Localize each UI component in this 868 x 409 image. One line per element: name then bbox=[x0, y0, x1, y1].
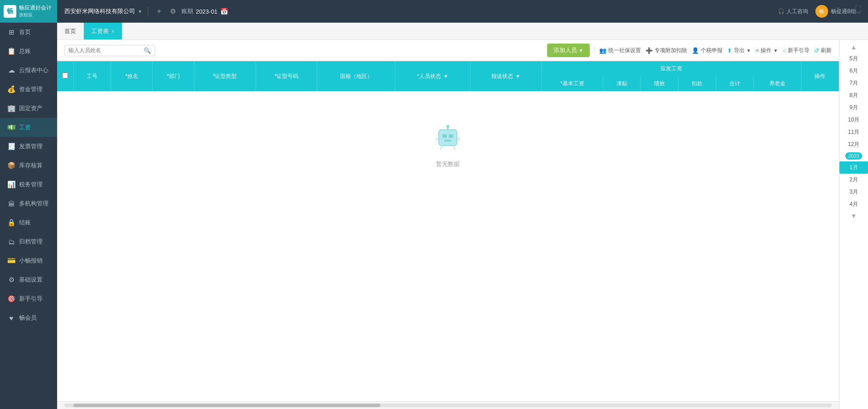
tab-salary-table[interactable]: 工资表× bbox=[84, 23, 122, 39]
sidebar-item-member[interactable]: ♥畅会员 bbox=[0, 308, 57, 327]
empty-text: 暂无数据 bbox=[436, 160, 460, 168]
scrollbar-thumb[interactable] bbox=[73, 404, 380, 407]
export-action[interactable]: ⬆ 导出 ▼ bbox=[727, 47, 751, 54]
tax-icon: 📊 bbox=[7, 180, 15, 189]
sidebar-item-multi-org[interactable]: 🏛多机构管理 bbox=[0, 194, 57, 213]
sidebar-item-label-tax: 税务管理 bbox=[19, 180, 43, 189]
content-with-panel: 🔍 添加人员 ▼ 👥 统一社保设置 ➕ bbox=[57, 40, 868, 409]
sidebar-item-salary[interactable]: 💵工资 bbox=[0, 118, 57, 137]
sidebar-item-tax[interactable]: 📊税务管理 bbox=[0, 175, 57, 194]
month-item-6[interactable]: 6月 bbox=[839, 65, 868, 77]
sidebar-item-invoice[interactable]: 🧾发票管理 bbox=[0, 137, 57, 156]
month-up-arrow[interactable]: ▲ bbox=[839, 42, 868, 53]
sidebar-item-label-guide: 新手引导 bbox=[19, 295, 43, 303]
col-checkbox[interactable] bbox=[57, 61, 73, 91]
logo-icon: 畅 bbox=[4, 5, 16, 18]
header-period: 账期 2023-01 📅 bbox=[181, 7, 228, 15]
toolbar-right: 添加人员 ▼ 👥 统一社保设置 ➕ 专项附加扣除 bbox=[547, 44, 832, 57]
month-item-2[interactable]: 2月 bbox=[839, 174, 868, 186]
sidebar-item-label-home: 首页 bbox=[19, 28, 31, 36]
social-icon: 👥 bbox=[599, 47, 606, 54]
add-person-label: 添加人员 bbox=[553, 46, 577, 54]
close-button[interactable]: × bbox=[828, 0, 848, 17]
month-item-12[interactable]: 12月 bbox=[839, 138, 868, 151]
search-input[interactable] bbox=[68, 47, 144, 54]
svg-line-8 bbox=[441, 146, 442, 149]
month-item-11[interactable]: 11月 bbox=[839, 126, 868, 138]
maximize-button[interactable]: ⛶ bbox=[848, 0, 868, 17]
guide-action[interactable]: ○ 新手引导 bbox=[782, 47, 810, 54]
refresh-action[interactable]: ↺ 刷新 bbox=[814, 47, 832, 54]
month-down-arrow[interactable]: ▼ bbox=[839, 210, 868, 221]
company-selector[interactable]: 西安虾米网络科技有限公司 ▼ bbox=[64, 7, 142, 15]
month-item-9[interactable]: 9月 bbox=[839, 102, 868, 114]
personal-tax-action[interactable]: 👤 个税申报 bbox=[692, 47, 723, 54]
tab-home[interactable]: 首页 bbox=[57, 23, 84, 39]
toolbar: 🔍 添加人员 ▼ 👥 统一社保设置 ➕ bbox=[57, 40, 839, 61]
export-label: 导出 bbox=[734, 47, 745, 54]
social-settings-action[interactable]: 👥 统一社保设置 bbox=[599, 47, 641, 54]
svg-line-9 bbox=[453, 146, 455, 149]
header-add-button[interactable]: + bbox=[154, 6, 165, 17]
tab-label-home: 首页 bbox=[64, 27, 76, 35]
month-item-4[interactable]: 4月 bbox=[839, 198, 868, 210]
special-deduct-action[interactable]: ➕ 专项附加扣除 bbox=[645, 47, 687, 54]
sidebar-item-expense[interactable]: 💳小畅报销 bbox=[0, 251, 57, 270]
select-all-checkbox[interactable] bbox=[62, 73, 68, 78]
operations-icon: ≡ bbox=[756, 47, 759, 54]
sidebar-item-ledger[interactable]: 📋总账 bbox=[0, 42, 57, 61]
sidebar-item-inventory[interactable]: 📦库存核算 bbox=[0, 156, 57, 175]
sidebar-nav: ⊞首页📋总账☁云报表中心💰资金管理🏢固定资产💵工资🧾发票管理📦库存核算📊税务管理… bbox=[0, 23, 57, 409]
svg-rect-0 bbox=[439, 130, 457, 146]
month-item-7[interactable]: 7月 bbox=[839, 77, 868, 89]
sidebar-item-label-salary: 工资 bbox=[19, 123, 31, 131]
operations-arrow-icon: ▼ bbox=[773, 48, 778, 53]
sidebar-item-label-fixed-assets: 固定资产 bbox=[19, 104, 43, 112]
calendar-icon[interactable]: 📅 bbox=[220, 8, 228, 15]
month-item-3[interactable]: 3月 bbox=[839, 186, 868, 198]
col-id-num: *证型号码 bbox=[256, 61, 317, 91]
sidebar-item-cloud-report[interactable]: ☁云报表中心 bbox=[0, 61, 57, 80]
service-button[interactable]: 🎧 人工咨询 bbox=[778, 8, 808, 15]
header-setting-button[interactable]: ⚙ bbox=[170, 7, 176, 15]
month-item-1[interactable]: 1月 bbox=[839, 161, 868, 174]
col-operations: 操作 bbox=[801, 61, 839, 91]
sidebar-item-fund[interactable]: 💰资金管理 bbox=[0, 80, 57, 99]
operations-action[interactable]: ≡ 操作 ▼ bbox=[756, 47, 778, 54]
empty-cell: 暂无数据 bbox=[57, 91, 839, 195]
social-label: 统一社保设置 bbox=[608, 47, 641, 54]
month-panel: ▲ 5月 6月 7月 8月 9月 10月 11月 12月 2023 1月 2月 … bbox=[839, 40, 868, 409]
sidebar-item-label-close: 结账 bbox=[19, 219, 31, 227]
guide-icon: ○ bbox=[782, 47, 786, 54]
add-person-button[interactable]: 添加人员 ▼ bbox=[547, 44, 590, 57]
scrollbar-track[interactable] bbox=[64, 404, 832, 407]
add-person-dropdown-icon: ▼ bbox=[579, 48, 583, 53]
month-item-8[interactable]: 8月 bbox=[839, 89, 868, 102]
report-status-filter-icon[interactable]: ▼ bbox=[515, 73, 520, 79]
col-person-status: *人员状态 ▼ bbox=[395, 61, 470, 91]
table-wrap: 工号 *姓名 *部门 *证型类型 *证型号码 国籍（地区） *人员状态 ▼ 报送… bbox=[57, 61, 839, 401]
tax-icon: 👤 bbox=[692, 47, 699, 54]
sidebar-item-guide[interactable]: 🎯新手引导 bbox=[0, 289, 57, 308]
empty-icon bbox=[430, 118, 466, 155]
tab-close-salary-table[interactable]: × bbox=[112, 28, 115, 34]
window-controls: × ⛶ bbox=[828, 0, 868, 17]
sidebar-item-close[interactable]: 🔒结账 bbox=[0, 213, 57, 232]
search-icon: 🔍 bbox=[144, 47, 151, 54]
col-name: *姓名 bbox=[111, 61, 153, 91]
search-wrap[interactable]: 🔍 bbox=[64, 45, 155, 56]
main-area: 西安虾米网络科技有限公司 ▼ + ⚙ 账期 2023-01 📅 🎧 人工咨询 畅… bbox=[57, 0, 868, 409]
col-deduct: 扣款 bbox=[678, 76, 716, 91]
col-pension: 养老金 bbox=[753, 76, 801, 91]
sidebar-item-fixed-assets[interactable]: 🏢固定资产 bbox=[0, 99, 57, 118]
person-status-filter-icon[interactable]: ▼ bbox=[443, 73, 448, 79]
svg-line-6 bbox=[436, 137, 439, 140]
sidebar-item-home[interactable]: ⊞首页 bbox=[0, 23, 57, 42]
deduct-icon: ➕ bbox=[645, 47, 653, 54]
logo-sub: 旗舰版 bbox=[19, 12, 52, 18]
sidebar: 畅 畅应通好会计 旗舰版 ⊞首页📋总账☁云报表中心💰资金管理🏢固定资产💵工资🧾发… bbox=[0, 0, 57, 409]
month-item-5[interactable]: 5月 bbox=[839, 53, 868, 65]
sidebar-item-archive[interactable]: 🗂归档管理 bbox=[0, 232, 57, 251]
sidebar-item-settings[interactable]: ⚙基础设置 bbox=[0, 270, 57, 289]
month-item-10[interactable]: 10月 bbox=[839, 114, 868, 126]
